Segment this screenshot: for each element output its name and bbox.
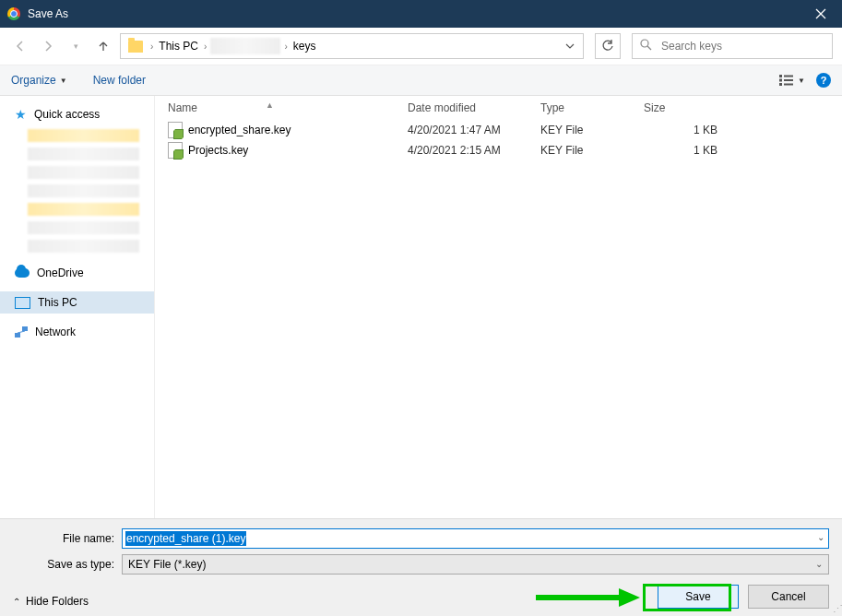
column-name-label: Name	[168, 101, 197, 114]
type-select[interactable]: KEY File (*.key) ⌄	[122, 554, 829, 575]
toolbar: Organize ▼ New folder ▼ ?	[0, 65, 842, 96]
file-type: KEY File	[540, 144, 644, 157]
file-name: Projects.key	[188, 144, 248, 157]
svg-rect-5	[779, 79, 782, 82]
arrow-right-icon	[42, 40, 54, 53]
breadcrumb-blurred	[210, 38, 280, 54]
view-button[interactable]: ▼	[779, 75, 805, 86]
filename-value: encrypted_share (1).key	[125, 531, 246, 546]
file-row[interactable]: Projects.key 4/20/2021 2:15 AM KEY File …	[155, 140, 842, 160]
chevron-right-icon: ›	[280, 41, 291, 52]
file-list: Name ▲ Date modified Type Size encrypted…	[155, 96, 842, 518]
chevron-up-icon: ⌃	[13, 597, 20, 607]
svg-rect-9	[784, 84, 793, 86]
bottom-panel: File name: encrypted_share (1).key ⌄ Sav…	[0, 518, 842, 616]
chevron-down-icon: ▼	[60, 77, 67, 85]
svg-rect-11	[22, 326, 28, 331]
arrow-left-icon	[14, 40, 27, 53]
svg-line-12	[18, 331, 25, 333]
chrome-icon	[7, 7, 20, 20]
filename-label: File name:	[13, 532, 122, 545]
filename-input[interactable]: encrypted_share (1).key ⌄	[122, 528, 829, 549]
nav-bar: ▾ › This PC › › keys Search keys	[0, 28, 842, 65]
up-button[interactable]	[92, 35, 114, 57]
file-name: encrypted_share.key	[188, 124, 291, 136]
close-icon	[815, 8, 826, 19]
svg-line-3	[647, 46, 651, 50]
star-icon: ★	[15, 108, 27, 121]
type-label: Save as type:	[13, 558, 122, 571]
sort-asc-icon: ▲	[266, 101, 274, 110]
titlebar: Save As	[0, 0, 842, 28]
pc-icon	[15, 297, 30, 309]
chevron-down-icon[interactable]: ⌄	[817, 532, 824, 542]
breadcrumb-root[interactable]: This PC	[157, 40, 200, 53]
file-row[interactable]: encrypted_share.key 4/20/2021 1:47 AM KE…	[155, 120, 842, 140]
new-folder-button[interactable]: New folder	[93, 74, 146, 87]
cancel-label: Cancel	[771, 590, 805, 603]
column-headers: Name ▲ Date modified Type Size	[155, 96, 842, 120]
svg-rect-4	[779, 75, 782, 77]
breadcrumb[interactable]: › This PC › › keys	[120, 33, 584, 59]
save-label: Save	[685, 590, 710, 603]
back-button[interactable]	[9, 35, 31, 57]
organize-label: Organize	[11, 74, 56, 87]
chevron-down-icon	[565, 41, 575, 51]
search-icon	[640, 39, 652, 53]
hide-folders-label: Hide Folders	[26, 595, 89, 608]
chevron-right-icon: ›	[200, 41, 210, 52]
chevron-right-icon: ›	[147, 41, 157, 52]
keyfile-icon	[168, 122, 183, 138]
hide-folders-button[interactable]: ⌃ Hide Folders	[13, 595, 89, 608]
sidebar-label: Quick access	[34, 108, 100, 121]
onedrive-icon	[15, 268, 30, 278]
file-date: 4/20/2021 2:15 AM	[408, 144, 540, 157]
svg-marker-14	[619, 588, 640, 607]
close-button[interactable]	[800, 0, 842, 28]
svg-rect-8	[784, 79, 793, 81]
svg-rect-7	[784, 76, 793, 77]
file-size: 1 KB	[644, 144, 727, 157]
organize-button[interactable]: Organize ▼	[11, 74, 67, 87]
forward-button[interactable]	[37, 35, 59, 57]
svg-rect-6	[779, 83, 782, 86]
refresh-icon	[601, 40, 614, 53]
cancel-button[interactable]: Cancel	[748, 585, 829, 609]
sidebar-label: Network	[35, 326, 76, 338]
folder-icon	[128, 41, 143, 53]
keyfile-icon	[168, 142, 183, 159]
recent-dropdown[interactable]: ▾	[65, 35, 87, 57]
sidebar-label: OneDrive	[37, 267, 84, 279]
breadcrumb-dropdown[interactable]	[557, 34, 583, 58]
body: ★ Quick access OneDrive This PC Network	[0, 96, 842, 518]
network-icon	[15, 326, 28, 338]
column-type[interactable]: Type	[540, 101, 644, 114]
annotation-arrow	[531, 584, 642, 611]
sidebar: ★ Quick access OneDrive This PC Network	[0, 96, 155, 518]
column-date[interactable]: Date modified	[408, 101, 540, 114]
help-button[interactable]: ?	[816, 73, 831, 88]
file-type: KEY File	[540, 124, 644, 136]
column-name[interactable]: Name ▲	[155, 101, 408, 114]
save-button[interactable]: Save	[658, 585, 739, 609]
svg-rect-10	[15, 333, 20, 338]
resize-grip[interactable]: ⋰	[833, 603, 840, 615]
search-input[interactable]: Search keys	[632, 33, 833, 59]
arrow-up-icon	[97, 40, 110, 53]
sidebar-network[interactable]: Network	[0, 321, 154, 343]
sidebar-quick-access[interactable]: ★ Quick access	[0, 103, 154, 125]
sidebar-label: This PC	[38, 296, 77, 309]
sidebar-onedrive[interactable]: OneDrive	[0, 262, 154, 284]
file-date: 4/20/2021 1:47 AM	[408, 124, 540, 136]
chevron-down-icon: ⌄	[815, 559, 823, 569]
sidebar-blurred	[28, 129, 139, 253]
refresh-button[interactable]	[595, 33, 621, 59]
chevron-down-icon: ▼	[798, 77, 805, 85]
type-value: KEY File (*.key)	[128, 558, 206, 571]
view-icon	[779, 75, 794, 86]
file-size: 1 KB	[644, 124, 727, 136]
sidebar-this-pc[interactable]: This PC	[0, 291, 154, 314]
window-title: Save As	[28, 7, 68, 20]
column-size[interactable]: Size	[644, 101, 717, 114]
breadcrumb-folder[interactable]: keys	[291, 40, 318, 53]
